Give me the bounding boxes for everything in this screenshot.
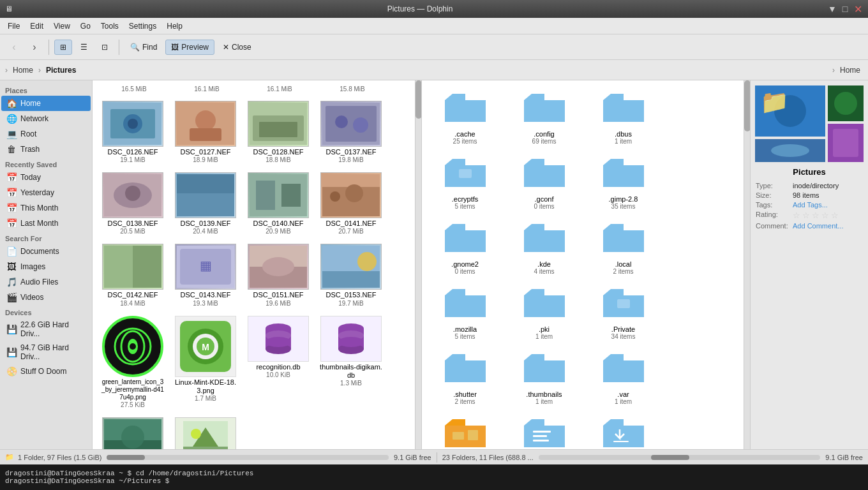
star-1[interactable]: ☆	[793, 211, 800, 220]
file-item-dsc0143[interactable]: ▦ DSC_0143.NEF 19.3 MiB	[170, 241, 241, 309]
menu-edit[interactable]: Edit	[25, 20, 49, 33]
menu-settings[interactable]: Settings	[124, 20, 161, 33]
size-hint-3: 16.1 MiB	[244, 85, 315, 93]
folder-kde[interactable]: .kde 4 items	[506, 216, 583, 278]
folder-ecryptfs[interactable]: .ecryptfs 5 items	[427, 151, 504, 213]
folder-gconf[interactable]: .gconf 0 items	[506, 151, 583, 213]
sidebar-item-audio[interactable]: 🎵 Audio Files	[1, 274, 91, 290]
file-item-dsc0138[interactable]: DSC_0138.NEF 20.5 MiB	[98, 169, 168, 238]
breadcrumb-arrow-1: ›	[5, 66, 8, 75]
star-3[interactable]: ☆	[812, 211, 819, 220]
folder-downloads[interactable]: Downloads 3 items	[585, 411, 662, 449]
info-tags-link[interactable]: Add Tags...	[793, 201, 828, 209]
file-item-dsc0139[interactable]: DSC_0139.NEF 20.4 MiB	[170, 169, 241, 238]
preview-sub1	[828, 85, 864, 121]
sidebar-item-images[interactable]: 🖼 Images	[1, 259, 91, 274]
folder-desktop[interactable]: Desktop 0 items	[427, 411, 504, 449]
file-thumb-dsc0151	[248, 244, 309, 290]
right-status: 23 Folders, 11 Files (688.8 ...	[442, 454, 534, 461]
menu-go[interactable]: Go	[75, 20, 96, 33]
info-rating-stars[interactable]: ☆ ☆ ☆ ☆ ☆	[793, 211, 839, 220]
icons-view-button[interactable]: ⊞	[54, 40, 72, 55]
folder-private[interactable]: .Private 34 items	[585, 281, 662, 343]
right-scrollbar-h-thumb[interactable]	[651, 455, 689, 460]
file-size-dsc0126: 19.1 MiB	[120, 156, 145, 163]
details-view-button[interactable]: ☰	[75, 40, 93, 55]
info-comment-link[interactable]: Add Comment...	[793, 222, 843, 230]
file-item-thumbnails-db[interactable]: thumbnails-digikam.db 1.3 MiB	[316, 313, 386, 412]
folder-thumbnails[interactable]: .thumbnails 1 item	[506, 346, 583, 408]
menu-help[interactable]: Help	[161, 20, 188, 33]
file-item-upcc9rk[interactable]: UpCC9rk.jpg 531.1 KiB	[98, 414, 168, 449]
sidebar-item-videos[interactable]: 🎬 Videos	[1, 290, 91, 305]
folder-documents[interactable]: Documents 1 item	[506, 411, 583, 449]
sidebar-item-root[interactable]: 💻 Root	[1, 126, 91, 142]
sidebar-item-yesterday[interactable]: 📅 Yesterday	[1, 185, 91, 200]
sidebar-item-documents[interactable]: 📄 Documents	[1, 244, 91, 259]
menu-view[interactable]: View	[49, 20, 75, 33]
sidebar-item-this-month[interactable]: 📅 This Month	[1, 200, 91, 216]
folder-pki[interactable]: .pki 1 item	[506, 281, 583, 343]
menu-tools[interactable]: Tools	[96, 20, 124, 33]
breadcrumb-pictures[interactable]: Pictures	[43, 64, 79, 76]
file-item-linux-mint[interactable]: M Linux-Mint-KDE-18.3.png 1.7 MiB	[170, 313, 241, 412]
menu-file[interactable]: File	[3, 20, 25, 33]
close-split-button[interactable]: ✕ Close	[217, 40, 257, 55]
star-2[interactable]: ☆	[802, 211, 810, 220]
sidebar-item-hdd2[interactable]: 💾 94.7 GiB Hard Driv...	[1, 341, 91, 364]
folder-gnome2[interactable]: .gnome2 0 items	[427, 216, 504, 278]
left-panel-scrollbar-thumb[interactable]	[415, 80, 421, 119]
file-name-dsc0128: DSC_0128.NEF	[253, 148, 304, 156]
file-item-dsc0151[interactable]: DSC_0151.NEF 19.6 MiB	[243, 241, 313, 309]
left-scrollbar-h[interactable]	[107, 455, 389, 460]
file-item-dsc0128[interactable]: DSC_0128.NEF 18.8 MiB	[243, 98, 313, 167]
sidebar-item-stuff[interactable]: 📀 Stuff O Doom	[1, 364, 91, 379]
file-item-gl-icon[interactable]: green_lantern_icon_3_by_jeremymallin-d41…	[98, 313, 168, 412]
split-view-button[interactable]: ⊡	[96, 40, 114, 55]
folder-gimp[interactable]: .gimp-2.8 35 items	[585, 151, 662, 213]
folder-var[interactable]: .var 1 item	[585, 346, 662, 408]
sidebar-item-network[interactable]: 🌐 Network	[1, 111, 91, 126]
folder-dbus[interactable]: .dbus 1 item	[585, 85, 662, 148]
file-item-dsc0141[interactable]: DSC_0141.NEF 20.7 MiB	[316, 169, 386, 238]
close-button[interactable]: ✕	[853, 4, 863, 14]
maximize-button[interactable]: □	[840, 4, 850, 14]
folder-icon-ecryptfs	[442, 154, 488, 194]
forward-button[interactable]: ›	[26, 38, 43, 56]
breadcrumb-home[interactable]: Home	[10, 64, 36, 76]
right-scrollbar-h[interactable]	[539, 455, 821, 460]
file-item-dsc0137[interactable]: DSC_0137.NEF 19.8 MiB	[316, 98, 386, 167]
file-item-dsc0142[interactable]: DSC_0142.NEF 18.4 MiB	[98, 241, 168, 309]
back-button[interactable]: ‹	[5, 38, 23, 56]
preview-button[interactable]: 🖼 Preview	[165, 40, 214, 55]
folder-cache[interactable]: .cache 25 items	[427, 85, 504, 148]
folder-shutter[interactable]: .shutter 2 items	[427, 346, 504, 408]
minimize-button[interactable]: ▼	[827, 4, 837, 14]
breadcrumb-right-home[interactable]: Home	[837, 64, 863, 76]
file-item-recognition-db[interactable]: recognition.db 10.0 KiB	[243, 313, 313, 412]
sidebar-item-today[interactable]: 📅 Today	[1, 170, 91, 185]
right-panel-scrollbar[interactable]	[744, 80, 750, 449]
right-panel-scrollbar-thumb[interactable]	[744, 80, 750, 131]
file-size-dsc0153: 19.7 MiB	[338, 300, 363, 307]
main-area: Places 🏠 Home 🌐 Network 💻 Root 🗑 Trash R…	[0, 80, 868, 449]
star-5[interactable]: ☆	[831, 211, 839, 220]
file-item-dsc0153[interactable]: DSC_0153.NEF 19.7 MiB	[316, 241, 386, 309]
file-item-uvq5vscitxgz[interactable]: uvq5vscitxgz.png 295.0 KiB	[170, 414, 241, 449]
folder-config[interactable]: .config 69 items	[506, 85, 583, 148]
sidebar-item-trash[interactable]: 🗑 Trash	[1, 142, 91, 157]
sidebar-item-home[interactable]: 🏠 Home	[1, 96, 91, 111]
folder-count-gnome2: 0 items	[454, 268, 475, 275]
file-item-dsc0126[interactable]: DSC_0126.NEF 19.1 MiB	[98, 98, 168, 167]
folder-count-shutter: 2 items	[454, 398, 475, 405]
star-4[interactable]: ☆	[821, 211, 829, 220]
file-item-dsc0127[interactable]: DSC_0127.NEF 18.9 MiB	[170, 98, 241, 167]
left-panel-scrollbar[interactable]	[415, 80, 421, 449]
left-scrollbar-h-thumb[interactable]	[107, 455, 145, 460]
sidebar-item-hdd1[interactable]: 💾 22.6 GiB Hard Driv...	[1, 318, 91, 341]
folder-local[interactable]: .local 2 items	[585, 216, 662, 278]
folder-mozilla[interactable]: .mozilla 5 items	[427, 281, 504, 343]
file-item-dsc0140[interactable]: DSC_0140.NEF 20.9 MiB	[243, 169, 313, 238]
find-button[interactable]: 🔍 Find	[124, 40, 163, 55]
sidebar-item-last-month[interactable]: 📅 Last Month	[1, 216, 91, 231]
